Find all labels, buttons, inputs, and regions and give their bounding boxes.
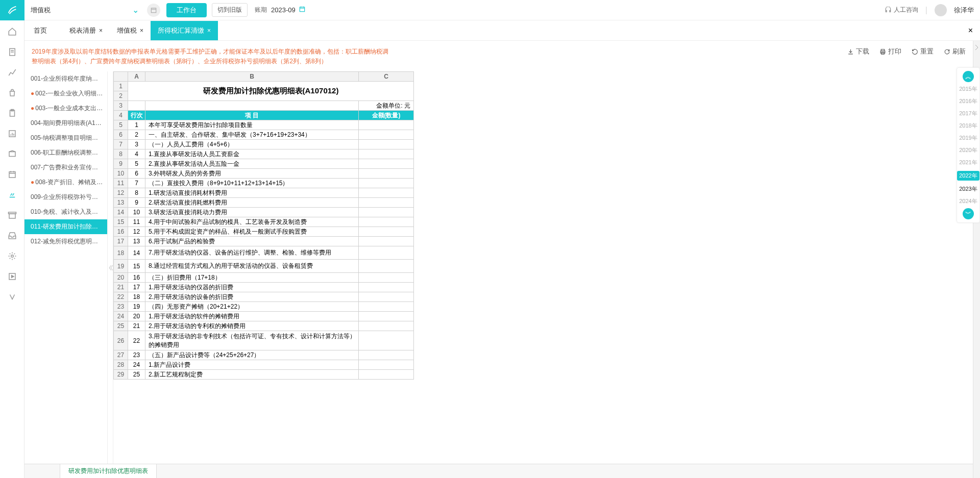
workbench-button[interactable]: 工作台	[166, 3, 207, 17]
row-index[interactable]: 21	[128, 321, 145, 331]
form-list-item[interactable]: 001-企业所得税年度纳税申…	[24, 71, 107, 86]
avatar[interactable]	[935, 4, 947, 16]
calendar-icon[interactable]	[0, 165, 24, 184]
row-index[interactable]: 9	[128, 198, 145, 208]
row-project[interactable]: 1.直接从事研发活动人员工资薪金	[145, 149, 359, 159]
download-button[interactable]: 下载	[847, 47, 869, 56]
row-amount[interactable]	[359, 227, 414, 237]
row-index[interactable]: 7	[128, 179, 145, 188]
row-index[interactable]: 10	[128, 208, 145, 217]
row-project[interactable]: 一、自主研发、合作研发、集中研发（3+7+16+19+23+34）	[145, 130, 359, 140]
row-amount[interactable]	[359, 260, 414, 273]
row-project[interactable]: 6.用于试制产品的检验费	[145, 237, 359, 246]
close-icon[interactable]: ×	[140, 27, 143, 34]
corner-cell[interactable]	[114, 72, 128, 82]
reset-button[interactable]: 重置	[912, 47, 934, 56]
row-amount[interactable]	[359, 292, 414, 302]
row-amount[interactable]	[359, 179, 414, 188]
row-amount[interactable]	[359, 120, 414, 130]
row-amount[interactable]	[359, 188, 414, 198]
form-list-item[interactable]: ●008-资产折旧、摊销及纳税…	[24, 175, 107, 190]
year-item[interactable]: 2017年	[959, 110, 977, 117]
row-project[interactable]: 5.用于不构成固定资产的样品、样机及一般测试手段购置费	[145, 227, 359, 237]
year-item[interactable]: 2022年	[957, 171, 979, 181]
close-icon[interactable]: ×	[99, 27, 103, 34]
chart-icon[interactable]	[0, 63, 24, 82]
row-index[interactable]: 4	[128, 149, 145, 159]
close-all-icon[interactable]: ×	[968, 26, 973, 35]
row-amount[interactable]	[359, 169, 414, 179]
row-amount[interactable]	[359, 283, 414, 292]
form-list-item[interactable]: 006-职工薪酬纳税调整明细…	[24, 145, 107, 160]
v-icon[interactable]	[0, 288, 24, 306]
row-amount[interactable]	[359, 302, 414, 312]
row-amount[interactable]	[359, 237, 414, 246]
username[interactable]: 徐泽华	[954, 6, 974, 15]
year-item[interactable]: 2016年	[959, 97, 977, 105]
row-index[interactable]: 12	[128, 227, 145, 237]
row-project[interactable]: 2.新工艺规程制定费	[145, 370, 359, 380]
row-index[interactable]: 2	[128, 130, 145, 140]
row-index[interactable]: 8	[128, 188, 145, 198]
form-list-item[interactable]: 012-减免所得税优惠明细表(…	[24, 234, 107, 249]
play-icon[interactable]	[0, 267, 24, 286]
breadcrumb-home[interactable]: 首页	[34, 26, 47, 35]
row-index[interactable]: 11	[128, 217, 145, 227]
spreadsheet[interactable]: A B C 1研发费用加计扣除优惠明细表(A107012) 2 3金额单位: 元…	[113, 71, 973, 464]
row-amount[interactable]	[359, 198, 414, 208]
row-amount[interactable]	[359, 149, 414, 159]
row-index[interactable]: 24	[128, 360, 145, 370]
row-index[interactable]: 3	[128, 140, 145, 149]
year-item[interactable]: 2021年	[959, 159, 977, 166]
row-index[interactable]: 16	[128, 273, 145, 283]
inbox-icon[interactable]	[0, 227, 24, 245]
row-project[interactable]: 4.用于中间试验和产品试制的模具、工艺装备开发及制造费	[145, 217, 359, 227]
row-project[interactable]: 2.用于研发活动的专利权的摊销费用	[145, 321, 359, 331]
row-project[interactable]: 本年可享受研发费用加计扣除项目数量	[145, 120, 359, 130]
row-project[interactable]: 7.用于研发活动的仪器、设备的运行维护、调整、检验、维修等费用	[145, 246, 359, 260]
col-header-C[interactable]: C	[359, 72, 414, 82]
form-list-item[interactable]: 010-免税、减计收入及加计…	[24, 205, 107, 219]
row-project[interactable]: 3.外聘研发人员的劳务费用	[145, 169, 359, 179]
row-project[interactable]: （二）直接投入费用（8+9+10+11+12+13+14+15）	[145, 179, 359, 188]
row-index[interactable]: 25	[128, 370, 145, 380]
chevron-down-icon[interactable]: ⌄	[132, 5, 139, 15]
collapse-handle[interactable]	[107, 71, 113, 464]
row-index[interactable]: 23	[128, 350, 145, 360]
row-project[interactable]: 3.研发活动直接消耗动力费用	[145, 208, 359, 217]
year-item[interactable]: 2015年	[959, 85, 977, 93]
row-project[interactable]: 1.新产品设计费	[145, 360, 359, 370]
row-amount[interactable]	[359, 159, 414, 169]
row-index[interactable]: 18	[128, 292, 145, 302]
row-index[interactable]: 20	[128, 312, 145, 321]
steam-icon[interactable]	[0, 186, 24, 204]
row-amount[interactable]	[359, 140, 414, 149]
row-amount[interactable]	[359, 321, 414, 331]
row-project[interactable]: 1.用于研发活动的仪器的折旧费	[145, 283, 359, 292]
bag-icon[interactable]	[0, 84, 24, 102]
row-project[interactable]: （四）无形资产摊销（20+21+22）	[145, 302, 359, 312]
row-amount[interactable]	[359, 360, 414, 370]
year-item[interactable]: 2019年	[959, 134, 977, 142]
tax-icon[interactable]	[0, 145, 24, 163]
row-index[interactable]: 15	[128, 260, 145, 273]
row-project[interactable]: （三）折旧费用（17+18）	[145, 273, 359, 283]
year-item[interactable]: 2018年	[959, 122, 977, 130]
row-index[interactable]: 13	[128, 237, 145, 246]
module-dropdown-label[interactable]: 增值税	[31, 6, 51, 15]
report-icon[interactable]	[0, 124, 24, 143]
app-logo[interactable]	[0, 0, 24, 20]
row-amount[interactable]	[359, 331, 414, 350]
row-amount[interactable]	[359, 312, 414, 321]
row-index[interactable]: 6	[128, 169, 145, 179]
home-icon[interactable]	[0, 22, 24, 41]
row-amount[interactable]	[359, 370, 414, 380]
tab-income-tax[interactable]: 所得税汇算清缴×	[151, 21, 218, 40]
row-project[interactable]: 1.用于研发活动的软件的摊销费用	[145, 312, 359, 321]
row-project[interactable]: 3.用于研发活动的非专利技术（包括许可证、专有技术、设计和计算方法等）的摊销费用	[145, 331, 359, 350]
form-list-item[interactable]: 005-纳税调整项目明细表(A1…	[24, 131, 107, 145]
row-index[interactable]: 22	[128, 331, 145, 350]
form-list-item[interactable]: 007-广告费和业务宣传费跨…	[24, 160, 107, 175]
form-list-item[interactable]: ●002-一般企业收入明细表(A…	[24, 86, 107, 101]
switch-old-button[interactable]: 切到旧版	[212, 3, 248, 17]
